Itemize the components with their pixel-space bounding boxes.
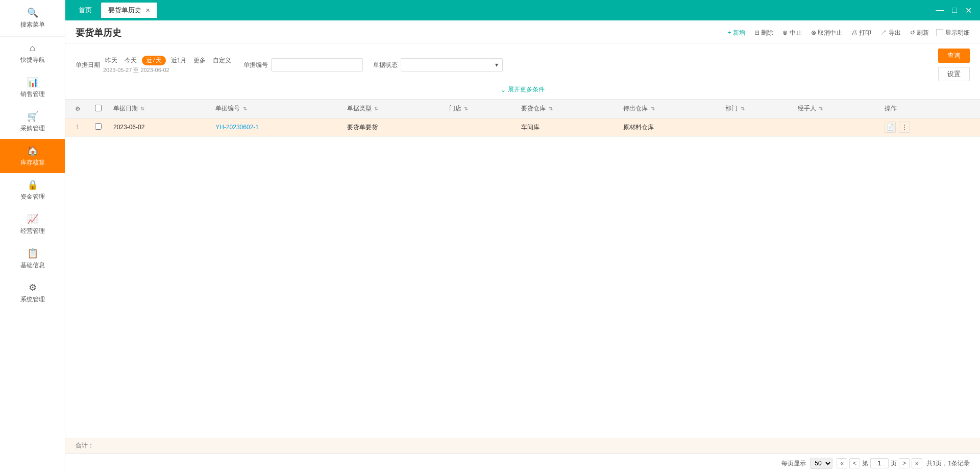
date-opt-last7days[interactable]: 近7天 [142,56,166,65]
sidebar-item-quick-nav[interactable]: ⌂ 快捷导航 [0,37,65,70]
topbar-right: — □ ✕ [934,5,974,16]
date-opt-yesterday[interactable]: 昨天 [103,56,119,65]
page-title: 要货单历史 [76,27,726,39]
window-minimize-icon[interactable]: — [934,5,946,16]
export-button[interactable]: ↗ 导出 [878,28,902,38]
doc-number-link[interactable]: YH-20230602-1 [215,124,259,131]
filter-doc-number: 单据编号 [243,58,363,72]
cancel-suspend-button[interactable]: ⊗ 取消中止 [809,28,844,38]
table-row[interactable]: 1 2023-06-02 YH-20230602-1 要货单要货 车间库 原材料… [65,118,980,136]
tab-home-label: 首页 [79,6,92,15]
col-doc-type[interactable]: 单据类型 ⇅ [342,100,444,118]
select-all-checkbox[interactable] [95,105,102,111]
sidebar-item-finance[interactable]: 🔒 资金管理 [0,173,65,207]
col-store[interactable]: 门店 ⇅ [444,100,516,118]
cell-pending-warehouse: 原材料仓库 [618,118,720,136]
prev-page-button[interactable]: < [849,458,860,468]
date-range-display: 2023-05-27 至 2023-06-02 [103,66,233,74]
per-page-select[interactable]: 50 [810,458,832,469]
doc-date-label: 单据日期 [76,61,100,69]
expand-more-button[interactable]: ⌄ 展开更多条件 [76,85,970,94]
sidebar-item-system[interactable]: ⚙ 系统管理 [0,276,65,310]
query-button[interactable]: 查询 [938,49,970,63]
col-req-warehouse[interactable]: 要货仓库 ⇅ [516,100,618,118]
sort-icon: ⇅ [741,106,745,111]
topbar: 首页 要货单历史 ✕ — □ ✕ [65,0,980,20]
sort-icon: ⇅ [243,106,247,111]
more-action-icon[interactable]: ⋮ [899,122,910,133]
row-checkbox[interactable] [90,118,108,136]
suspend-button[interactable]: ⊗ 中止 [780,28,803,38]
table-footer: 合计： [65,438,980,453]
chevron-down-icon: ▾ [495,61,498,68]
tab-order-history[interactable]: 要货单历史 ✕ [101,3,157,18]
inventory-icon: 🏠 [27,145,38,156]
col-settings: ⚙ [65,100,90,118]
refresh-button[interactable]: ↺ 刷新 [908,28,931,38]
tab-close-icon[interactable]: ✕ [145,7,150,14]
tab-order-history-label: 要货单历史 [108,6,141,15]
finance-icon: 🔒 [27,179,38,191]
display-detail-toggle[interactable]: 显示明细 [936,29,970,37]
operation-icon: 📈 [27,214,38,225]
sidebar-item-basic[interactable]: 📋 基础信息 [0,242,65,276]
col-doc-type-label: 单据类型 [347,105,372,112]
col-doc-number-label: 单据编号 [215,105,240,112]
display-detail-checkbox[interactable] [936,29,943,36]
window-maximize-icon[interactable]: □ [950,5,959,16]
col-handler[interactable]: 经手人 ⇅ [793,100,880,118]
tab-home[interactable]: 首页 [71,3,99,18]
cell-handler [793,118,880,136]
col-doc-date-label: 单据日期 [113,105,138,112]
col-pending-warehouse-label: 待出仓库 [623,105,648,112]
sidebar-item-inventory[interactable]: 🏠 库存核算 [0,139,65,173]
next-page-button[interactable]: > [899,458,910,468]
page-label: 第 [862,459,868,468]
row-select-checkbox[interactable] [95,123,102,130]
expand-more-label: 展开更多条件 [508,85,545,94]
sidebar-item-label: 基础信息 [20,261,45,270]
cell-store [444,118,516,136]
cell-department [720,118,792,136]
col-doc-number[interactable]: 单据编号 ⇅ [210,100,342,118]
sort-icon: ⇅ [140,106,144,111]
sidebar-item-operation[interactable]: 📈 经营管理 [0,207,65,242]
page-number-input[interactable] [870,458,889,468]
window-close-icon[interactable]: ✕ [963,5,974,16]
doc-number-input[interactable] [271,58,363,72]
new-button[interactable]: + 新增 [726,28,747,38]
main-content: 首页 要货单历史 ✕ — □ ✕ 要货单历史 + 新增 ⊟ 删除 ⊗ 中止 ⊗ … [65,0,980,473]
date-opt-custom[interactable]: 自定义 [211,56,233,65]
sidebar-item-label: 经营管理 [20,227,45,235]
col-department[interactable]: 部门 ⇅ [720,100,792,118]
cell-doc-date: 2023-06-02 [108,118,210,136]
last-page-button[interactable]: » [912,458,922,468]
delete-button[interactable]: ⊟ 删除 [752,28,775,38]
sales-icon: 📊 [27,77,38,88]
column-settings-icon[interactable]: ⚙ [70,105,85,112]
doc-status-select[interactable]: ▾ [401,58,503,72]
sidebar-search-label: 搜索菜单 [20,20,45,29]
col-pending-warehouse[interactable]: 待出仓库 ⇅ [618,100,720,118]
sidebar-item-label: 销售管理 [20,90,45,99]
first-page-button[interactable]: « [837,458,847,468]
col-handler-label: 经手人 [798,105,816,112]
sidebar-search[interactable]: 🔍 搜索菜单 [0,0,65,37]
setting-button[interactable]: 设置 [938,67,970,81]
col-doc-date[interactable]: 单据日期 ⇅ [108,100,210,118]
cell-doc-number[interactable]: YH-20230602-1 [210,118,342,136]
cell-doc-type: 要货单要货 [342,118,444,136]
col-checkbox [90,100,108,118]
sidebar-item-sales[interactable]: 📊 销售管理 [0,70,65,105]
system-icon: ⚙ [29,282,37,293]
sidebar-item-purchase[interactable]: 🛒 采购管理 [0,105,65,139]
col-store-label: 门店 [449,105,461,112]
date-opt-today[interactable]: 今天 [122,56,139,65]
print-button[interactable]: 🖨 打印 [849,28,873,38]
view-detail-icon[interactable]: 📄 [885,122,896,133]
sort-icon: ⇅ [819,106,823,111]
date-opt-last-month[interactable]: 近1月 [169,56,189,65]
date-opt-more[interactable]: 更多 [191,56,208,65]
filter-bar: 单据日期 昨天 今天 近7天 近1月 更多 自定义 2023-05-27 至 2… [65,43,980,100]
search-icon: 🔍 [27,7,38,18]
